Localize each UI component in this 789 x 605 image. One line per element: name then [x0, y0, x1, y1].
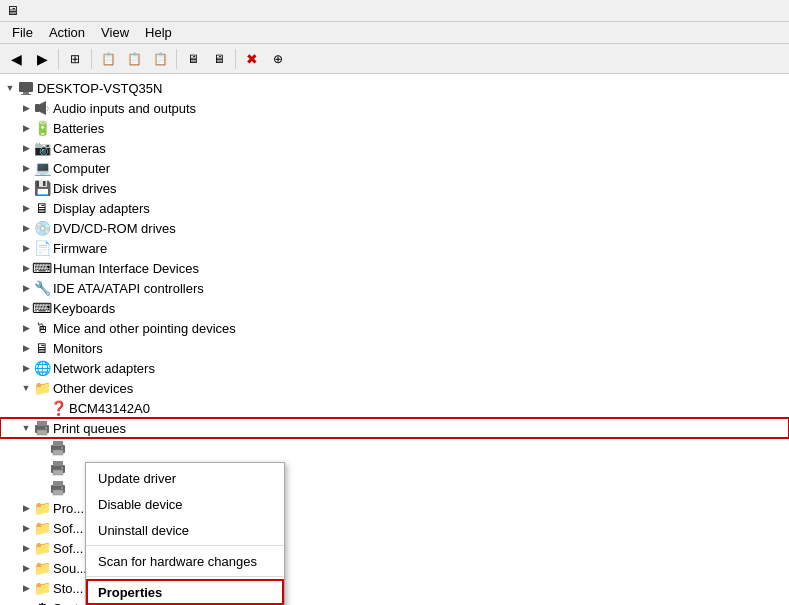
ctx-scan[interactable]: Scan for hardware changes [86, 548, 284, 574]
svg-rect-11 [53, 441, 63, 446]
expand-btn-keyboards[interactable]: ▶ [20, 300, 32, 316]
ctx-sep2 [86, 576, 284, 577]
tree-item-printq[interactable]: ▼Print queues [0, 418, 789, 438]
item-icon-pro: 📁 [34, 500, 50, 516]
toolbar-btn5[interactable]: 🖥 [181, 47, 205, 71]
tree-panel[interactable]: ▼DESKTOP-VSTQ35N▶)Audio inputs and outpu… [0, 74, 789, 605]
item-icon-system: ⚙ [34, 600, 50, 605]
tree-item-printq1[interactable] [0, 438, 789, 458]
expand-btn-display[interactable]: ▶ [20, 200, 32, 216]
tree-item-other[interactable]: ▼📁Other devices [0, 378, 789, 398]
tree-item-computer[interactable]: ▶💻Computer [0, 158, 789, 178]
item-label-cameras: Cameras [53, 141, 106, 156]
item-icon-hid: ⌨ [34, 260, 50, 276]
item-label-ide: IDE ATA/ATAPI controllers [53, 281, 204, 296]
item-label-hid: Human Interface Devices [53, 261, 199, 276]
expand-btn-root[interactable]: ▼ [4, 80, 16, 96]
item-label-root: DESKTOP-VSTQ35N [37, 81, 162, 96]
toolbar-btn4[interactable]: 📋 [148, 47, 172, 71]
item-icon-network: 🌐 [34, 360, 50, 376]
item-icon-sound: 📁 [34, 560, 50, 576]
expand-btn-printq2[interactable] [36, 460, 48, 476]
tree-item-cameras[interactable]: ▶📷Cameras [0, 138, 789, 158]
tree-item-keyboards[interactable]: ▶⌨Keyboards [0, 298, 789, 318]
tree-item-batteries[interactable]: ▶🔋Batteries [0, 118, 789, 138]
expand-btn-system[interactable]: ▶ [20, 600, 32, 605]
expand-btn-firmware[interactable]: ▶ [20, 240, 32, 256]
svg-marker-4 [40, 101, 46, 115]
item-label-disk: Disk drives [53, 181, 117, 196]
expand-btn-mice[interactable]: ▶ [20, 320, 32, 336]
menu-view[interactable]: View [93, 23, 137, 42]
tree-item-mice[interactable]: ▶🖱Mice and other pointing devices [0, 318, 789, 338]
tree-item-ide[interactable]: ▶🔧IDE ATA/ATAPI controllers [0, 278, 789, 298]
tree-item-firmware[interactable]: ▶📄Firmware [0, 238, 789, 258]
item-label-bcm: BCM43142A0 [69, 401, 150, 416]
tree-item-dvd[interactable]: ▶💿DVD/CD-ROM drives [0, 218, 789, 238]
svg-rect-8 [37, 430, 47, 435]
toolbar-sep1 [58, 49, 59, 69]
toolbar-btn7[interactable]: ✖ [240, 47, 264, 71]
toolbar-sep3 [176, 49, 177, 69]
item-icon-audio: ) [34, 100, 50, 116]
ctx-uninstall-device[interactable]: Uninstall device [86, 517, 284, 543]
menu-file[interactable]: File [4, 23, 41, 42]
tree-item-root[interactable]: ▼DESKTOP-VSTQ35N [0, 78, 789, 98]
context-menu: Update driver Disable device Uninstall d… [85, 462, 285, 605]
tree-item-audio[interactable]: ▶)Audio inputs and outputs [0, 98, 789, 118]
expand-btn-audio[interactable]: ▶ [20, 100, 32, 116]
expand-btn-sound[interactable]: ▶ [20, 560, 32, 576]
tree-item-bcm[interactable]: ❓BCM43142A0 [0, 398, 789, 418]
expand-btn-pro[interactable]: ▶ [20, 500, 32, 516]
tree-item-display[interactable]: ▶🖥Display adapters [0, 198, 789, 218]
toolbar-btn3[interactable]: 📋 [122, 47, 146, 71]
svg-text:): ) [47, 105, 49, 111]
expand-btn-bcm[interactable] [36, 400, 48, 416]
tree-item-disk[interactable]: ▶💾Disk drives [0, 178, 789, 198]
toolbar-sep4 [235, 49, 236, 69]
item-label-monitors: Monitors [53, 341, 103, 356]
item-label-display: Display adapters [53, 201, 150, 216]
item-icon-display: 🖥 [34, 200, 50, 216]
expand-btn-ide[interactable]: ▶ [20, 280, 32, 296]
expand-btn-disk[interactable]: ▶ [20, 180, 32, 196]
tree-item-network[interactable]: ▶🌐Network adapters [0, 358, 789, 378]
menu-action[interactable]: Action [41, 23, 93, 42]
expand-btn-printq[interactable]: ▼ [20, 420, 32, 436]
item-icon-batteries: 🔋 [34, 120, 50, 136]
expand-btn-sto[interactable]: ▶ [20, 580, 32, 596]
toolbar-btn6[interactable]: 🖥 [207, 47, 231, 71]
expand-btn-monitors[interactable]: ▶ [20, 340, 32, 356]
item-icon-printq3 [50, 480, 66, 496]
toolbar-btn8[interactable]: ⊕ [266, 47, 290, 71]
toolbar-back[interactable]: ◀ [4, 47, 28, 71]
expand-btn-printq1[interactable] [36, 440, 48, 456]
toolbar-btn1[interactable]: ⊞ [63, 47, 87, 71]
expand-btn-network[interactable]: ▶ [20, 360, 32, 376]
expand-btn-hid[interactable]: ▶ [20, 260, 32, 276]
expand-btn-sof2[interactable]: ▶ [20, 540, 32, 556]
tree-item-monitors[interactable]: ▶🖥Monitors [0, 338, 789, 358]
svg-rect-16 [53, 470, 63, 475]
menu-bar: File Action View Help [0, 22, 789, 44]
ctx-disable-device[interactable]: Disable device [86, 491, 284, 517]
ctx-properties[interactable]: Properties [86, 579, 284, 605]
expand-btn-computer[interactable]: ▶ [20, 160, 32, 176]
svg-point-21 [61, 487, 63, 489]
menu-help[interactable]: Help [137, 23, 180, 42]
expand-btn-dvd[interactable]: ▶ [20, 220, 32, 236]
svg-rect-15 [53, 461, 63, 466]
svg-rect-3 [35, 104, 40, 112]
tree-item-hid[interactable]: ▶⌨Human Interface Devices [0, 258, 789, 278]
svg-rect-19 [53, 481, 63, 486]
toolbar-forward[interactable]: ▶ [30, 47, 54, 71]
expand-btn-batteries[interactable]: ▶ [20, 120, 32, 136]
toolbar-btn2[interactable]: 📋 [96, 47, 120, 71]
expand-btn-sof1[interactable]: ▶ [20, 520, 32, 536]
expand-btn-other[interactable]: ▼ [20, 380, 32, 396]
ctx-update-driver[interactable]: Update driver [86, 465, 284, 491]
svg-rect-7 [37, 421, 47, 426]
expand-btn-cameras[interactable]: ▶ [20, 140, 32, 156]
item-icon-monitors: 🖥 [34, 340, 50, 356]
expand-btn-printq3[interactable] [36, 480, 48, 496]
